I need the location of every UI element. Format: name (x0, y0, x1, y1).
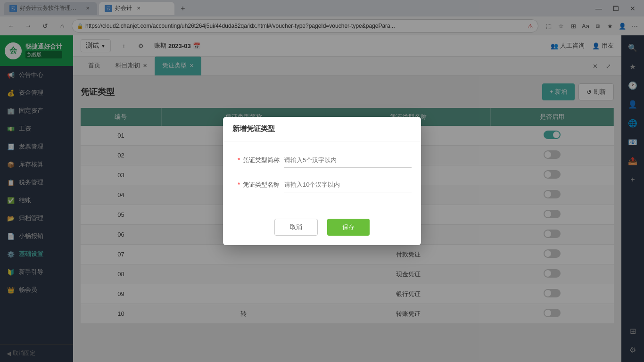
modal-title: 新增凭证类型 (232, 124, 275, 132)
name-input[interactable] (284, 177, 412, 192)
cancel-button[interactable]: 取消 (274, 219, 318, 236)
modal-body: * 凭证类型简称 * 凭证类型名称 (223, 141, 421, 213)
modal-overlay: 新增凭证类型 * 凭证类型简称 * 凭证类型名称 取消 保存 (0, 0, 644, 362)
required-star-name: * (238, 181, 240, 188)
abbr-label: * 凭证类型简称 (232, 156, 284, 165)
required-star-abbr: * (238, 156, 240, 164)
form-row-name: * 凭证类型名称 (232, 177, 412, 192)
save-button[interactable]: 保存 (327, 219, 370, 236)
name-label: * 凭证类型名称 (232, 181, 284, 189)
modal-dialog: 新增凭证类型 * 凭证类型简称 * 凭证类型名称 取消 保存 (223, 117, 421, 245)
modal-header: 新增凭证类型 (223, 117, 421, 141)
abbr-input[interactable] (284, 153, 412, 168)
form-row-abbr: * 凭证类型简称 (232, 153, 412, 168)
modal-footer: 取消 保存 (223, 213, 421, 245)
